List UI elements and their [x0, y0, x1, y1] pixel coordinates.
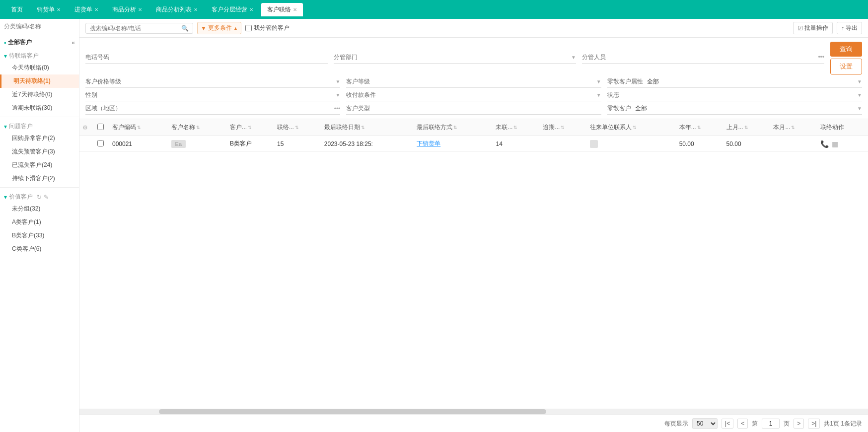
- dept-input[interactable]: [360, 54, 569, 61]
- person-more-icon[interactable]: •••: [818, 54, 824, 61]
- sidebar-churn-warning[interactable]: 流失预警客户(3): [0, 145, 79, 158]
- page-number-input[interactable]: [762, 419, 780, 429]
- status-dropdown-icon[interactable]: ▼: [857, 92, 862, 98]
- query-button[interactable]: 查询: [830, 42, 862, 57]
- sort-last-date-icon[interactable]: ⇅: [361, 125, 365, 130]
- nav-close-customer-contact[interactable]: ✕: [293, 7, 297, 12]
- next-page-button[interactable]: >: [794, 419, 804, 429]
- table-row: 000021 Ea B类客户 15 2023-05-23 18:25:: [79, 136, 868, 152]
- row-checkbox[interactable]: [97, 140, 104, 146]
- td-unit-contact: [587, 136, 676, 152]
- nav-close-sales[interactable]: ✕: [57, 7, 61, 12]
- retail-customer-dropdown-icon[interactable]: ▼: [857, 106, 862, 111]
- nav-home[interactable]: 首页: [5, 3, 29, 16]
- sort-code-icon[interactable]: ⇅: [137, 125, 141, 130]
- sidebar-overdue-pending[interactable]: 逾期未联络(30): [0, 101, 79, 115]
- sidebar-declining[interactable]: 持续下滑客户(2): [0, 172, 79, 185]
- sidebar-search-input[interactable]: [4, 23, 78, 30]
- action-phone-icon[interactable]: 📞: [820, 140, 829, 148]
- price-level-input[interactable]: [123, 78, 333, 85]
- sort-last-month-icon[interactable]: ⇅: [744, 125, 748, 130]
- nav-close-customer-tier[interactable]: ✕: [249, 7, 253, 12]
- td-last-method: 下销货单: [414, 136, 493, 152]
- sort-this-month-icon[interactable]: ⇅: [791, 125, 795, 130]
- sort-contact-icon[interactable]: ⇅: [295, 125, 299, 130]
- nav-close-analysis[interactable]: ✕: [138, 7, 142, 12]
- action-grid-icon[interactable]: ▦: [832, 140, 838, 148]
- sidebar-ungrouped[interactable]: 未分组(32): [0, 202, 79, 216]
- filter-row-2: 客户价格等级 ▼ 客户等级 ▼ 零散客户属性 全部 ▼: [85, 77, 862, 88]
- customer-level-dropdown-icon[interactable]: ▼: [596, 79, 601, 84]
- th-last-method: 最后联络方式 ⇅: [414, 119, 493, 136]
- sort-overdue-icon[interactable]: ⇅: [561, 125, 565, 130]
- search-icon[interactable]: 🔍: [181, 25, 189, 32]
- sort-last-method-icon[interactable]: ⇅: [453, 125, 457, 130]
- region-input[interactable]: [123, 105, 332, 112]
- customer-level-input[interactable]: [372, 78, 594, 85]
- scroll-indicator: [79, 409, 868, 415]
- sidebar-a-class[interactable]: A类客户(1): [0, 216, 79, 229]
- filter-region: 区域（地区） •••: [85, 104, 340, 115]
- nav-customer-contact[interactable]: 客户联络 ✕: [261, 3, 303, 16]
- payment-input[interactable]: [378, 92, 594, 99]
- set-button[interactable]: 设置: [830, 59, 862, 74]
- sort-this-year-icon[interactable]: ⇅: [697, 125, 701, 130]
- gender-dropdown-icon[interactable]: ▼: [335, 92, 340, 98]
- sort-type-icon[interactable]: ⇅: [248, 125, 252, 130]
- td-overdue: [540, 136, 587, 152]
- price-level-dropdown-icon[interactable]: ▼: [335, 79, 340, 84]
- scroll-thumb[interactable]: [159, 409, 546, 414]
- sort-name-icon[interactable]: ⇅: [196, 125, 200, 130]
- prev-page-button[interactable]: <: [737, 419, 748, 429]
- filter-retail-attr: 零散客户属性 全部 ▼: [607, 77, 862, 88]
- nav-analysis[interactable]: 商品分析 ✕: [106, 3, 148, 16]
- main-layout: 🔍 ▪ 全部客户 « ▾ 待联络客户 今天待联络(0) 明天待联络(1) 近7天…: [0, 19, 868, 432]
- filter-status: 状态 ▼: [607, 91, 862, 101]
- sidebar-churned[interactable]: 已流失客户(24): [0, 158, 79, 172]
- status-input[interactable]: [621, 92, 855, 99]
- sidebar-c-class[interactable]: C类客户(6): [0, 242, 79, 256]
- toolbar: 🔍 ▼ 更多条件 ▲ 我分管的客户 ☑ 批量操作 ↑ 导出: [79, 19, 868, 38]
- filter-row-3: 性别 ▼ 收付款条件 ▼ 状态 ▼: [85, 91, 862, 101]
- sort-unit-contact-icon[interactable]: ⇅: [633, 125, 637, 130]
- sidebar-today-pending[interactable]: 今天待联络(0): [0, 61, 79, 74]
- content-area: 🔍 ▼ 更多条件 ▲ 我分管的客户 ☑ 批量操作 ↑ 导出: [79, 19, 868, 432]
- sidebar-7days-pending[interactable]: 近7天待联络(0): [0, 88, 79, 101]
- gear-icon[interactable]: ⚙: [82, 124, 88, 131]
- value-group-edit-icon[interactable]: ✎: [44, 194, 49, 201]
- my-customers-checkbox[interactable]: [245, 25, 252, 31]
- select-all-checkbox[interactable]: [97, 124, 104, 130]
- value-group-refresh-icon[interactable]: ↻: [37, 194, 42, 201]
- first-page-button[interactable]: |<: [722, 419, 733, 429]
- th-this-year: 本年... ⇅: [676, 119, 723, 136]
- my-customers-filter[interactable]: 我分管的客户: [245, 24, 289, 32]
- region-more-icon[interactable]: •••: [334, 105, 341, 112]
- nav-close-purchase[interactable]: ✕: [94, 7, 98, 12]
- search-input[interactable]: [90, 25, 179, 32]
- customer-type-input[interactable]: [372, 105, 601, 112]
- td-not-contacted: 14: [493, 136, 540, 152]
- sidebar-b-class[interactable]: B类客户(33): [0, 229, 79, 242]
- more-filter-button[interactable]: ▼ 更多条件 ▲: [197, 22, 241, 34]
- page-size-select[interactable]: 50 100 200: [692, 418, 718, 429]
- retail-attr-dropdown-icon[interactable]: ▼: [857, 79, 862, 84]
- batch-operation-button[interactable]: ☑ 批量操作: [793, 22, 833, 34]
- nav-sales[interactable]: 销货单 ✕: [31, 3, 67, 16]
- sidebar-abnormal-repurchase[interactable]: 回购异常客户(2): [0, 132, 79, 145]
- phone-input[interactable]: [111, 54, 328, 61]
- nav-purchase[interactable]: 进货单 ✕: [69, 3, 104, 16]
- sidebar-tomorrow-pending[interactable]: 明天待联络(1): [0, 74, 79, 88]
- last-page-button[interactable]: >|: [808, 419, 820, 429]
- person-input[interactable]: [608, 54, 816, 61]
- sidebar-group-problem: ▾ 问题客户: [0, 119, 79, 132]
- dept-dropdown-icon[interactable]: ▼: [571, 55, 576, 60]
- gender-input[interactable]: [99, 92, 333, 99]
- nav-customer-tier[interactable]: 客户分层经营 ✕: [206, 3, 259, 16]
- nav-close-analysis-list[interactable]: ✕: [194, 7, 198, 12]
- export-button[interactable]: ↑ 导出: [837, 22, 862, 34]
- sort-not-contacted-icon[interactable]: ⇅: [513, 125, 517, 130]
- payment-dropdown-icon[interactable]: ▼: [596, 92, 601, 98]
- sidebar-all-label[interactable]: 全部客户: [8, 38, 32, 47]
- sidebar-collapse-icon[interactable]: «: [72, 39, 75, 46]
- nav-analysis-list[interactable]: 商品分析列表 ✕: [150, 3, 204, 16]
